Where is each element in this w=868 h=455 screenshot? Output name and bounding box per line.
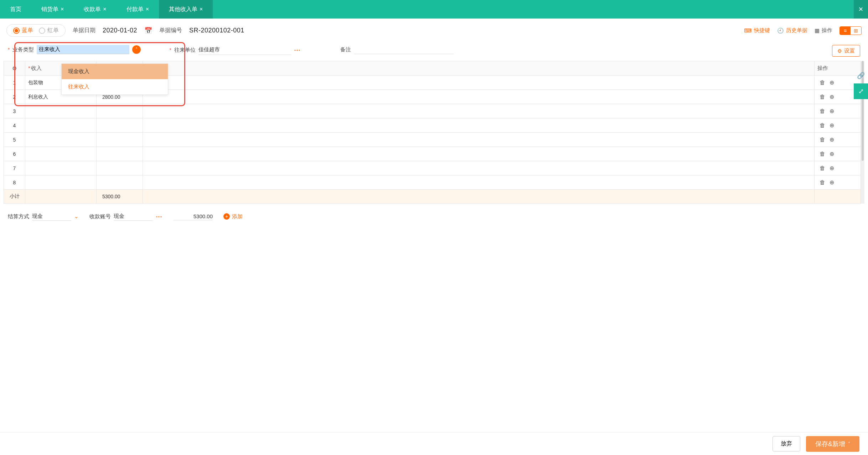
cell-note[interactable]: [143, 104, 815, 118]
cell-income[interactable]: [25, 133, 97, 147]
cell-note[interactable]: [143, 133, 815, 147]
add-row-icon[interactable]: ⊕: [830, 122, 834, 129]
tab-sales[interactable]: 销货单×: [31, 0, 74, 19]
business-type-dropdown: 现金收入 往来收入: [61, 63, 168, 95]
radio-red[interactable]: 红单: [39, 27, 59, 34]
history-icon: 🕘: [777, 27, 784, 34]
tab-other-income[interactable]: 其他收入单×: [159, 0, 213, 19]
row-ops: 🗑⊕: [815, 161, 861, 175]
chevron-down-icon[interactable]: ⌄: [74, 213, 79, 220]
settle-amount-value[interactable]: 5300.00: [174, 213, 213, 220]
gear-header[interactable]: ⚙: [4, 61, 25, 76]
table-row[interactable]: 4🗑⊕: [4, 118, 861, 133]
delete-icon[interactable]: 🗑: [820, 165, 825, 172]
expand-icon[interactable]: ⤢: [854, 83, 868, 99]
party-value[interactable]: 佳佳超市: [198, 45, 291, 55]
view-grid-button[interactable]: ⊞: [851, 27, 861, 35]
tab-receipt[interactable]: 收款单×: [74, 0, 116, 19]
cell-amount[interactable]: [97, 133, 143, 147]
settle-method-value[interactable]: 现金: [32, 212, 71, 221]
business-type-input[interactable]: [37, 45, 129, 54]
table-row[interactable]: 3🗑⊕: [4, 104, 861, 118]
ellipsis-icon[interactable]: ⋯: [156, 213, 163, 220]
shortcut-button[interactable]: ⌨快捷键: [744, 27, 770, 34]
date-value[interactable]: 2020-01-02: [103, 27, 137, 34]
right-rail: 🔗 ⤢: [854, 68, 868, 99]
add-settlement-button[interactable]: + 添加: [223, 213, 243, 220]
close-icon[interactable]: ×: [146, 6, 149, 12]
form-row: * 业务类型 ˄ 现金收入 往来收入 * 往来单位 佳佳超市 ⋯ 备注 ⚙ 设置: [4, 39, 864, 61]
row-number: 3: [4, 104, 25, 118]
cell-amount[interactable]: [97, 147, 143, 161]
view-toggle: ≡ ⊞: [839, 26, 862, 35]
cell-note[interactable]: [143, 76, 815, 90]
cell-amount[interactable]: [97, 104, 143, 118]
row-number: 1: [4, 76, 25, 90]
ellipsis-icon[interactable]: ⋯: [294, 46, 301, 54]
cell-income[interactable]: [25, 161, 97, 175]
table-row[interactable]: 7🗑⊕: [4, 161, 861, 175]
close-icon[interactable]: ×: [61, 6, 64, 12]
delete-icon[interactable]: 🗑: [820, 151, 825, 157]
add-row-icon[interactable]: ⊕: [830, 108, 834, 114]
chevron-up-icon[interactable]: ˄: [132, 45, 141, 54]
required-icon: *: [8, 47, 10, 52]
row-number: 7: [4, 161, 25, 175]
delete-icon[interactable]: 🗑: [820, 179, 825, 186]
add-row-icon[interactable]: ⊕: [830, 165, 834, 172]
table-row[interactable]: 6🗑⊕: [4, 147, 861, 161]
cell-income[interactable]: [25, 104, 97, 118]
cell-income[interactable]: [25, 175, 97, 190]
table-row[interactable]: 5🗑⊕: [4, 133, 861, 147]
calendar-icon[interactable]: 📅: [144, 27, 152, 35]
ops-button[interactable]: ▦操作: [815, 27, 832, 34]
row-number: 6: [4, 147, 25, 161]
add-row-icon[interactable]: ⊕: [830, 79, 834, 86]
date-label: 单据日期: [73, 27, 95, 34]
add-row-icon[interactable]: ⊕: [830, 93, 834, 100]
remark-input[interactable]: [354, 45, 454, 54]
tab-home[interactable]: 首页: [0, 0, 31, 19]
history-button[interactable]: 🕘历史单据: [777, 27, 807, 34]
radio-blue[interactable]: 蓝单: [13, 27, 33, 34]
settlement-row: 结算方式 现金 ⌄ 收款账号 现金 ⋯ 5300.00 + 添加: [4, 204, 864, 231]
delete-icon[interactable]: 🗑: [820, 137, 825, 143]
cell-amount[interactable]: [97, 175, 143, 190]
row-ops: 🗑⊕: [815, 175, 861, 190]
dropdown-option-cash[interactable]: 现金收入: [62, 64, 168, 79]
view-list-button[interactable]: ≡: [840, 27, 851, 35]
cell-note[interactable]: [143, 161, 815, 175]
settle-account-value[interactable]: 现金: [114, 212, 153, 221]
gear-icon: ⚙: [837, 48, 842, 54]
add-row-icon[interactable]: ⊕: [830, 136, 834, 143]
cell-amount[interactable]: [97, 118, 143, 133]
delete-icon[interactable]: 🗑: [820, 122, 825, 129]
cell-note[interactable]: [143, 147, 815, 161]
row-number: 2: [4, 90, 25, 104]
settle-amount: 5300.00: [174, 213, 213, 220]
link-icon[interactable]: 🔗: [854, 68, 868, 83]
add-row-icon[interactable]: ⊕: [830, 150, 834, 157]
delete-icon[interactable]: 🗑: [820, 108, 825, 114]
dropdown-option-ar[interactable]: 往来收入: [62, 79, 168, 94]
close-panel-button[interactable]: ×: [854, 0, 868, 19]
delete-icon[interactable]: 🗑: [820, 94, 825, 100]
tab-payment[interactable]: 付款单×: [117, 0, 159, 19]
settings-button[interactable]: ⚙ 设置: [832, 45, 860, 57]
close-icon[interactable]: ×: [200, 6, 203, 12]
cell-amount[interactable]: [97, 161, 143, 175]
row-number: 4: [4, 118, 25, 133]
field-remark: 备注: [340, 45, 454, 54]
table-row[interactable]: 8🗑⊕: [4, 175, 861, 190]
add-row-icon[interactable]: ⊕: [830, 179, 834, 186]
subtotal-amount: 5300.00: [97, 190, 143, 204]
cell-note[interactable]: [143, 175, 815, 190]
delete-icon[interactable]: 🗑: [820, 80, 825, 86]
close-icon[interactable]: ×: [103, 6, 106, 12]
cell-note[interactable]: [143, 90, 815, 104]
row-number: 5: [4, 133, 25, 147]
cell-income[interactable]: [25, 147, 97, 161]
cell-note[interactable]: [143, 118, 815, 133]
cell-income[interactable]: [25, 118, 97, 133]
row-number: 8: [4, 175, 25, 190]
